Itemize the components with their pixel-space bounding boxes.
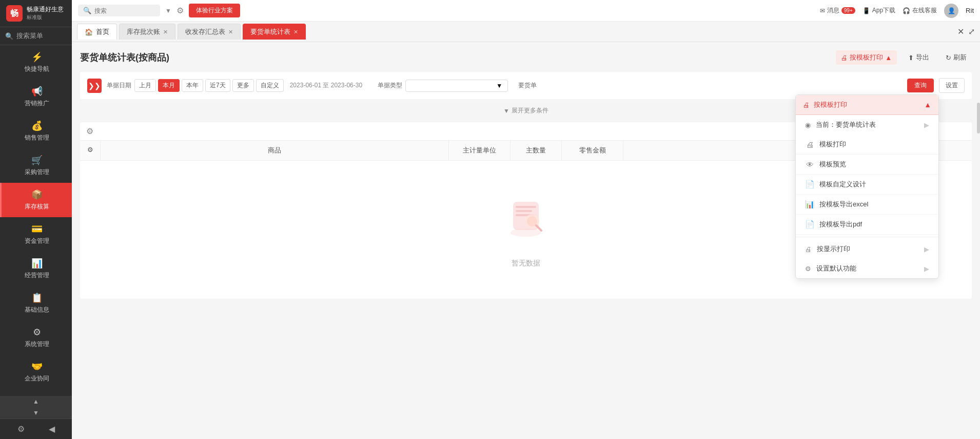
export-pdf-icon: 📄 xyxy=(805,220,814,229)
top-search-container[interactable]: 🔍 xyxy=(78,5,160,16)
dropdown-title: 按模板打印 xyxy=(814,100,847,109)
refresh-icon: ↻ xyxy=(946,54,951,62)
sidebar-item-label: 营销推广 xyxy=(25,99,49,108)
current-template-section[interactable]: ◉ 当前：要货单统计表 ▶ xyxy=(796,115,938,135)
tab-inventory-batch-close[interactable]: ✕ xyxy=(163,29,168,35)
industry-btn[interactable]: 体验行业方案 xyxy=(189,4,240,17)
app-edition: 标准版 xyxy=(27,14,64,21)
date-btn-this-year[interactable]: 本年 xyxy=(182,79,203,92)
sidebar-item-guide[interactable]: 🎯 新手引导 xyxy=(0,389,72,396)
filter-expand-btn[interactable]: ❯❯ xyxy=(87,79,102,93)
date-btn-this-month[interactable]: 本月 xyxy=(158,79,180,92)
sidebar-item-system[interactable]: ⚙ 系统管理 xyxy=(0,320,72,355)
sidebar-search[interactable]: 🔍 搜索菜单 xyxy=(0,27,72,45)
display-print-section[interactable]: 🖨 按显示打印 ▶ xyxy=(796,239,938,259)
scrollbar[interactable] xyxy=(977,103,980,133)
sidebar-scroll-down[interactable]: ▼ xyxy=(0,407,72,418)
tab-home[interactable]: 🏠 首页 xyxy=(77,24,117,40)
tab-close-icon[interactable]: ✕ xyxy=(957,27,964,36)
col-unit-label: 主计量单位 xyxy=(463,146,496,154)
sidebar-item-label: 销售管理 xyxy=(25,133,49,142)
sidebar-item-finance[interactable]: 💳 资金管理 xyxy=(0,217,72,252)
col-settings[interactable]: ⚙ xyxy=(80,141,101,160)
sidebar-item-inventory[interactable]: 📦 库存核算 xyxy=(0,183,72,217)
app-download-action[interactable]: 📱 App下载 xyxy=(863,6,895,15)
purchase-icon: 🛒 xyxy=(31,155,43,166)
page-header: 要货单统计表(按商品) 🖨 按模板打印 ▲ ⬆ 导出 ↻ 刷新 xyxy=(80,50,972,65)
expand-more-btn[interactable]: ▼ 展开更多条件 xyxy=(499,104,553,117)
tab-receipt-summary[interactable]: 收发存汇总表 ✕ xyxy=(178,24,241,40)
order-type-select[interactable]: ▼ xyxy=(405,80,508,92)
default-function-left: ⚙ 设置默认功能 xyxy=(805,264,856,273)
marketing-icon: 📢 xyxy=(31,86,43,97)
tab-demand-stats-close[interactable]: ✕ xyxy=(293,29,298,35)
table-settings-icon[interactable]: ⚙ xyxy=(86,126,93,136)
dropdown-divider xyxy=(796,237,938,237)
template-preview-icon: 👁 xyxy=(805,160,814,169)
page-title: 要货单统计表(按商品) xyxy=(80,51,169,64)
template-design-item[interactable]: 📄 模板自定义设计 xyxy=(796,175,938,195)
tab-home-label: 首页 xyxy=(96,27,109,36)
print-template-btn[interactable]: 🖨 按模板打印 ▲ xyxy=(836,50,897,65)
dropdown-chevron-icon[interactable]: ▼ xyxy=(165,7,171,14)
order-type-label: 单据类型 xyxy=(378,81,402,90)
date-btn-7days[interactable]: 近7天 xyxy=(205,79,230,92)
dropdown-header-right: ▲ xyxy=(924,101,931,109)
sidebar-item-coop[interactable]: 🤝 企业协同 xyxy=(0,355,72,389)
online-service-label: 在线客服 xyxy=(912,6,937,15)
top-search-input[interactable] xyxy=(94,7,146,14)
export-btn[interactable]: ⬆ 导出 xyxy=(903,50,934,65)
refresh-btn[interactable]: ↻ 刷新 xyxy=(940,50,972,65)
tab-bar: 🏠 首页 库存批次账 ✕ 收发存汇总表 ✕ 要货单统计表 ✕ ✕ ⤢ xyxy=(72,22,980,42)
settings-bottom-btn[interactable]: ⚙ xyxy=(17,424,25,434)
sidebar: 畅 畅康通好生意 标准版 🔍 搜索菜单 ⚡ 快捷导航 📢 营销推广 💰 销售管理… xyxy=(0,0,72,439)
tab-receipt-summary-close[interactable]: ✕ xyxy=(228,29,233,35)
expand-more-label: 展开更多条件 xyxy=(512,106,548,115)
sidebar-item-marketing[interactable]: 📢 营销推广 xyxy=(0,80,72,114)
query-btn[interactable]: 查询 xyxy=(907,79,934,92)
finance-icon: 💳 xyxy=(31,223,43,235)
settings-icon[interactable]: ⚙ xyxy=(177,6,184,15)
tab-inventory-batch[interactable]: 库存批次账 ✕ xyxy=(119,24,175,40)
default-function-section[interactable]: ⚙ 设置默认功能 ▶ xyxy=(796,259,938,278)
message-action[interactable]: ✉ 消息 99+ xyxy=(820,6,855,15)
tab-demand-stats[interactable]: 要货单统计表 ✕ xyxy=(243,24,306,40)
current-template-left: ◉ 当前：要货单统计表 xyxy=(805,120,876,129)
date-btn-last-month[interactable]: 上月 xyxy=(134,79,156,92)
sidebar-item-label: 库存核算 xyxy=(25,202,49,211)
date-btn-custom[interactable]: 自定义 xyxy=(256,79,284,92)
app-name: 畅康通好生意 xyxy=(27,6,64,14)
online-service-action[interactable]: 🎧 在线客服 xyxy=(903,6,937,15)
dropdown-header-left: 🖨 按模板打印 xyxy=(803,100,847,109)
sidebar-item-purchase[interactable]: 🛒 采购管理 xyxy=(0,148,72,183)
template-print-item[interactable]: 🖨 模板打印 xyxy=(796,135,938,155)
sidebar-item-quick-nav[interactable]: ⚡ 快捷导航 xyxy=(0,45,72,80)
user-name: Rit xyxy=(966,7,974,14)
sidebar-item-label: 系统管理 xyxy=(25,340,49,349)
sidebar-item-operation[interactable]: 📊 经营管理 xyxy=(0,252,72,286)
template-print-label: 模板打印 xyxy=(819,140,846,149)
date-buttons: 上月 本月 本年 近7天 更多 自定义 xyxy=(134,79,284,92)
sidebar-item-label: 采购管理 xyxy=(25,168,49,177)
message-label: 消息 xyxy=(827,6,839,15)
export-pdf-item[interactable]: 📄 按模板导出pdf xyxy=(796,215,938,235)
sidebar-item-sales[interactable]: 💰 销售管理 xyxy=(0,114,72,148)
message-badge: 99+ xyxy=(841,7,855,14)
template-design-label: 模板自定义设计 xyxy=(819,180,866,189)
collapse-btn[interactable]: ◀ xyxy=(49,424,55,434)
export-excel-item[interactable]: 📊 按模板导出excel xyxy=(796,195,938,215)
sidebar-item-basic[interactable]: 📋 基础信息 xyxy=(0,286,72,320)
app-download-label: App下载 xyxy=(872,6,895,15)
print-header-icon: 🖨 xyxy=(803,101,810,109)
sidebar-item-label: 企业协同 xyxy=(25,374,49,383)
settings-btn[interactable]: 设置 xyxy=(939,78,965,93)
date-btn-more[interactable]: 更多 xyxy=(232,79,254,92)
sidebar-scroll-up[interactable]: ▲ xyxy=(0,396,72,407)
col-retail-amount-label: 零售金额 xyxy=(579,146,606,154)
chevron-up-icon[interactable]: ▲ xyxy=(924,101,931,109)
template-preview-item[interactable]: 👁 模板预览 xyxy=(796,155,938,175)
user-avatar[interactable]: 👤 xyxy=(944,4,958,18)
chevron-down-icon: ▼ xyxy=(503,107,509,114)
tab-expand-icon[interactable]: ⤢ xyxy=(968,27,975,36)
display-print-icon: 🖨 xyxy=(805,245,812,253)
